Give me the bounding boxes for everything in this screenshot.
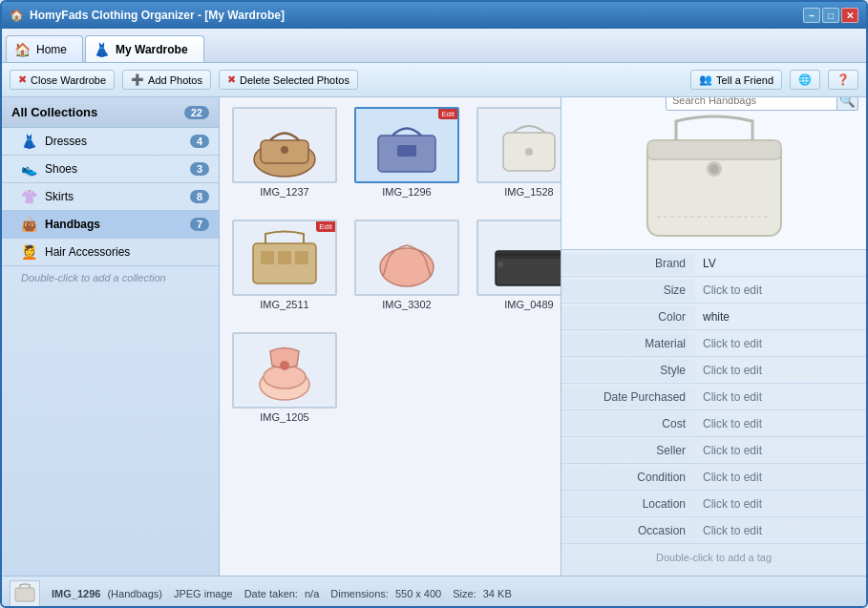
edit-badge-img2511: Edit (316, 221, 335, 232)
photo-item-img3302[interactable]: IMG_3302 (349, 218, 464, 323)
all-collections-label: All Collections (11, 105, 97, 119)
help-button[interactable]: ❓ (828, 70, 858, 90)
statusbar-dim-label: Dimensions: (330, 588, 389, 599)
sidebar-item-shoes[interactable]: 👟 Shoes 3 (2, 156, 219, 183)
detail-value-style[interactable]: Click to edit (695, 360, 866, 381)
svg-rect-4 (397, 145, 416, 157)
photo-item-img1205[interactable]: IMG_1205 (227, 330, 342, 435)
statusbar-thumb (10, 580, 40, 607)
delete-photos-label: Delete Selected Photos (240, 74, 349, 86)
detail-row-material: Material Click to edit (561, 330, 866, 357)
svg-point-17 (498, 262, 503, 267)
delete-photos-button[interactable]: ✖ Delete Selected Photos (219, 70, 358, 90)
svg-point-24 (709, 164, 719, 174)
skirts-count: 8 (190, 190, 209, 203)
handbags-label: Handbags (45, 218, 100, 231)
window-title: HomyFads Clothing Organizer - [My Wardro… (30, 9, 285, 22)
photo-item-img2511[interactable]: Edit IMG_2511 (227, 218, 342, 323)
photo-label-img1237: IMG_1237 (260, 186, 308, 198)
handbags-icon: 👜 (21, 217, 37, 232)
photo-item-img1528[interactable]: Edit IMG_1528 (472, 105, 561, 210)
detail-value-material[interactable]: Click to edit (695, 333, 866, 354)
main-area: All Collections 22 👗 Dresses 4 👟 Shoes 3 (2, 97, 866, 576)
tell-friend-button[interactable]: 👥 Tell a Friend (690, 70, 782, 90)
close-wardrobe-icon: ✖ (18, 73, 27, 86)
photo-thumb-img2511: Edit (232, 220, 337, 296)
detail-row-brand: Brand LV (561, 250, 866, 277)
sidebar-item-handbags[interactable]: 👜 Handbags 7 (2, 211, 219, 239)
detail-value-occasion[interactable]: Click to edit (695, 520, 866, 541)
statusbar-collection: (Handbags) (107, 588, 161, 599)
minimize-button[interactable]: – (803, 8, 820, 23)
statusbar-type: JPEG image (174, 588, 233, 599)
detail-label-size: Size (561, 280, 695, 301)
detail-row-occasion: Occasion Click to edit (561, 517, 866, 544)
detail-add-tag[interactable]: Double-click to add a tag (561, 544, 866, 571)
hair-icon: 💆 (21, 244, 37, 260)
help-icon: ❓ (836, 73, 850, 86)
statusbar-dim-value: 550 x 400 (395, 588, 441, 599)
sidebar-item-dresses[interactable]: 👗 Dresses 4 (2, 128, 219, 156)
skirts-label: Skirts (45, 190, 74, 203)
maximize-button[interactable]: □ (822, 8, 839, 23)
statusbar: IMG_1296 (Handbags) JPEG image Date take… (2, 576, 866, 608)
app-icon: 🏠 (10, 9, 24, 22)
wardrobe-icon: 👗 (94, 42, 110, 57)
photo-label-img3302: IMG_3302 (382, 299, 431, 310)
toolbar: ✖ Close Wardrobe ➕ Add Photos ✖ Delete S… (2, 63, 866, 97)
photo-thumb-img1296: Edit (354, 107, 459, 183)
sidebar-item-hair[interactable]: 💆 Hair Accessories (2, 239, 219, 266)
dresses-count: 4 (190, 135, 209, 148)
dresses-label: Dresses (45, 135, 87, 148)
close-wardrobe-button[interactable]: ✖ Close Wardrobe (10, 70, 115, 90)
detail-value-size[interactable]: Click to edit (695, 280, 866, 301)
photo-item-img1296[interactable]: Edit IMG_1296 (349, 105, 464, 210)
shoes-label: Shoes (45, 162, 77, 176)
titlebar: 🏠 HomyFads Clothing Organizer - [My Ward… (2, 2, 866, 29)
shoes-icon: 👟 (21, 161, 37, 177)
web-icon: 🌐 (798, 73, 812, 86)
statusbar-size-label: Size: (453, 588, 476, 599)
detail-value-seller[interactable]: Click to edit (695, 440, 866, 461)
detail-value-condition[interactable]: Click to edit (695, 467, 866, 488)
web-button[interactable]: 🌐 (790, 70, 820, 90)
add-collection-hint[interactable]: Double-click to add a collection (2, 266, 219, 289)
toolbar-right: 👥 Tell a Friend 🌐 ❓ (690, 70, 858, 90)
tab-home[interactable]: 🏠 Home (6, 35, 83, 62)
detail-row-condition: Condition Click to edit (561, 464, 866, 491)
detail-label-style: Style (561, 360, 695, 381)
detail-label-condition: Condition (561, 467, 695, 488)
add-photos-icon: ➕ (131, 73, 144, 86)
svg-rect-10 (295, 251, 308, 264)
detail-label-occasion: Occasion (561, 520, 695, 541)
detail-value-location[interactable]: Click to edit (695, 493, 866, 514)
tab-wardrobe[interactable]: 👗 My Wardrobe (85, 35, 204, 62)
close-button[interactable]: ✕ (841, 8, 858, 23)
statusbar-filename: IMG_1296 (52, 588, 100, 599)
hair-label: Hair Accessories (45, 245, 130, 259)
tabbar: 🏠 Home 👗 My Wardrobe (2, 29, 866, 63)
photo-thumb-img1205 (232, 332, 337, 409)
detail-row-seller: Seller Click to edit (561, 437, 866, 464)
photo-thumb-img1528: Edit (476, 107, 561, 183)
photo-grid: IMG_1237 Edit IMG_1296 Edit (220, 97, 561, 576)
shoes-count: 3 (190, 162, 209, 176)
detail-value-color[interactable]: white (695, 306, 866, 327)
photo-item-img0489[interactable]: IMG_0489 (472, 218, 561, 323)
photo-item-img1237[interactable]: IMG_1237 (227, 105, 342, 210)
statusbar-size: Size: 34 KB (453, 588, 512, 599)
photo-label-img1205: IMG_1205 (260, 411, 308, 423)
detail-label-color: Color (561, 306, 695, 327)
detail-value-cost[interactable]: Click to edit (695, 413, 866, 434)
sidebar-item-skirts[interactable]: 👚 Skirts 8 (2, 183, 219, 211)
titlebar-left: 🏠 HomyFads Clothing Organizer - [My Ward… (10, 9, 285, 22)
tab-wardrobe-label: My Wardrobe (116, 43, 188, 56)
delete-photos-icon: ✖ (227, 73, 236, 86)
close-wardrobe-label: Close Wardrobe (31, 74, 106, 86)
detail-value-brand[interactable]: LV (695, 253, 866, 274)
add-photos-button[interactable]: ➕ Add Photos (122, 70, 211, 90)
detail-value-date-purchased[interactable]: Click to edit (695, 387, 866, 408)
detail-fields: Brand LV Size Click to edit Color white … (561, 250, 866, 571)
handbags-count: 7 (190, 218, 209, 231)
svg-rect-9 (278, 251, 291, 264)
